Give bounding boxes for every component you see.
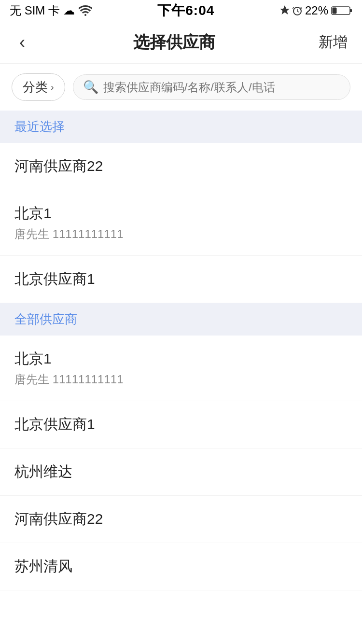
all-section-header: 全部供应商 [0,303,362,336]
item-name: 杭州维达 [14,462,348,482]
battery-text: 22% [305,4,328,17]
item-name: 北京1 [14,349,348,369]
page-title: 选择供应商 [133,31,215,54]
search-input[interactable] [103,81,340,94]
all-section-label: 全部供应商 [14,312,77,326]
category-button[interactable]: 分类 › [12,73,65,101]
recent-list: 河南供应商22北京1 唐先生 11111111111北京供应商1 [0,143,362,303]
svg-rect-2 [350,9,352,12]
recent-section-header: 最近选择 [0,111,362,143]
category-label: 分类 [23,79,48,96]
all-list: 北京1 唐先生 11111111111北京供应商1杭州维达河南供应商22苏州清风 [0,336,362,590]
status-time: 下午6:04 [157,1,214,20]
list-item[interactable]: 北京供应商1 [0,401,362,448]
alarm-icon [292,5,302,16]
item-name: 北京供应商1 [14,415,348,434]
list-item[interactable]: 河南供应商22 [0,143,362,190]
search-icon: 🔍 [83,80,98,95]
recent-section-label: 最近选择 [14,119,65,134]
item-name: 北京1 [14,204,348,224]
item-name: 苏州清风 [14,557,348,576]
add-button[interactable]: 新增 [319,32,348,52]
item-sub: 唐先生 11111111111 [14,226,348,242]
filter-bar: 分类 › 🔍 [0,64,362,111]
list-item[interactable]: 北京1 唐先生 11111111111 [0,190,362,256]
item-name: 河南供应商22 [14,156,348,176]
location-icon [280,5,290,16]
chevron-right-icon: › [51,82,54,93]
item-name: 北京供应商1 [14,269,348,289]
back-button[interactable]: ‹ [14,28,30,57]
list-item[interactable]: 北京供应商1 [0,256,362,303]
status-bar: 无 SIM 卡 ☁ 下午6:04 22% [0,0,362,21]
battery-icon [331,5,352,16]
item-sub: 唐先生 11111111111 [14,372,348,387]
svg-rect-3 [332,8,336,14]
list-item[interactable]: 苏州清风 [0,543,362,590]
list-item[interactable]: 河南供应商22 [0,496,362,543]
no-sim-text: 无 SIM 卡 ☁ [10,3,75,18]
search-box: 🔍 [73,74,350,100]
list-item[interactable]: 北京1 唐先生 11111111111 [0,336,362,401]
wifi-icon [79,5,92,16]
status-left: 无 SIM 卡 ☁ [10,3,92,18]
list-item[interactable]: 杭州维达 [0,448,362,496]
status-right: 22% [280,4,352,17]
item-name: 河南供应商22 [14,509,348,529]
nav-bar: ‹ 选择供应商 新增 [0,21,362,64]
